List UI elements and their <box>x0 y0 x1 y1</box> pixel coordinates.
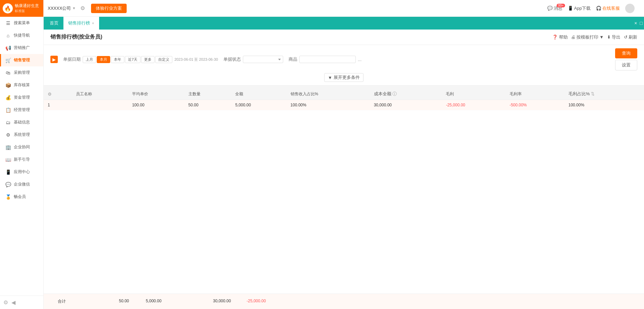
sidebar-item-inventory[interactable]: 📦 库存核算 <box>0 79 43 91</box>
filter-toggle-button[interactable]: ▶ <box>50 56 58 63</box>
headset-icon: 🎧 <box>596 6 601 11</box>
help-label: 帮助 <box>559 34 568 40</box>
sidebar-item-label: 销售管理 <box>14 57 30 63</box>
table-footer: 合计 50.00 5,000.00 30,000.00 -25,000.00 <box>44 294 644 309</box>
sidebar-item-system[interactable]: ⚙ 系统管理 <box>0 128 43 141</box>
sidebar: 🔥 畅康通好生意 标准版 ☰ 搜索菜单 ⌂ 快捷导航 📢 营销推广 🛒 销售管理… <box>0 0 44 309</box>
page-title: 销售排行榜(按业务员) <box>50 34 552 41</box>
print-button[interactable]: 🖨 按模板打印 ▼ <box>571 34 604 40</box>
sidebar-item-member[interactable]: 🏅 畅会员 <box>0 191 43 203</box>
message-icon: 💬 <box>547 6 553 11</box>
query-button[interactable]: 查询 <box>615 48 637 58</box>
table-row: 1 100.00 50.00 5,000.00 100.00% 30,000.0… <box>44 100 644 110</box>
building-icon: 🏢 <box>5 145 11 150</box>
filter-tab-more[interactable]: 更多 <box>141 56 155 63</box>
window-maximize-icon[interactable]: □ <box>640 20 643 26</box>
logo-name: 畅康通好生意 <box>15 3 39 9</box>
app-download-button[interactable]: 📱 App下载 <box>568 5 591 11</box>
filter-tab-this-year[interactable]: 本年 <box>111 56 124 63</box>
col-gross-pct: 毛利占比% ⇅ <box>564 88 644 100</box>
expand-icon: ▼ <box>328 75 332 80</box>
sidebar-item-label: 企业微信 <box>14 182 30 187</box>
sidebar-item-sales[interactable]: 🛒 销售管理 <box>0 54 43 66</box>
settings-icon[interactable]: ⚙ <box>3 299 8 306</box>
sidebar-item-label: 企业协同 <box>14 144 30 150</box>
goods-filter-more-icon[interactable]: ... <box>358 57 362 62</box>
filter-row-1: ▶ 单据日期 上月 本月 本年 近7天 更多 自定义 2023-06-01 至 … <box>50 48 637 70</box>
sidebar-item-guide[interactable]: 📖 新手引导 <box>0 153 43 166</box>
refresh-button[interactable]: ↺ 刷新 <box>624 34 637 40</box>
date-filter-tabs: 上月 本月 本年 近7天 更多 自定义 <box>83 56 172 63</box>
sidebar-item-label: 新手引导 <box>14 157 30 162</box>
phone-icon: 📱 <box>5 169 11 175</box>
user-avatar[interactable] <box>625 4 635 13</box>
company-selector[interactable]: XXXXX公司 ▼ <box>48 5 76 11</box>
topbar-settings-icon[interactable]: ⚙ <box>80 5 85 11</box>
sidebar-item-enterprise-coop[interactable]: 🏢 企业协同 <box>0 141 43 153</box>
column-settings-icon[interactable]: ⚙ <box>48 92 52 97</box>
col-gross: 毛利 <box>442 88 505 100</box>
cell-gross-rate: -500.00% <box>506 100 564 110</box>
print-label: 按模板打印 <box>576 34 598 40</box>
filter-tab-last-month[interactable]: 上月 <box>83 56 96 63</box>
expand-more-button[interactable]: ▼ 展开更多条件 <box>324 73 363 82</box>
help-button[interactable]: ❓ 帮助 <box>552 34 568 40</box>
gear-icon: ⚙ <box>5 132 11 138</box>
page-header: 销售排行榜(按业务员) ❓ 帮助 🖨 按模板打印 ▼ ⬇ 导出 ↺ 刷新 <box>44 30 644 45</box>
goods-filter-input[interactable] <box>299 56 356 63</box>
sidebar-item-label: 资金管理 <box>14 95 30 100</box>
sidebar-item-marketing[interactable]: 📢 营销推广 <box>0 42 43 54</box>
filter-tab-7days[interactable]: 近7天 <box>125 56 140 63</box>
collapse-icon[interactable]: ◀ <box>11 299 15 306</box>
sidebar-item-purchase[interactable]: 🛍 采购管理 <box>0 66 43 79</box>
sidebar-item-finance[interactable]: 💰 资金管理 <box>0 91 43 104</box>
col-amount: 全额 <box>231 88 286 100</box>
settings-button[interactable]: 设置 <box>615 60 637 70</box>
tab-home[interactable]: 首页 <box>45 17 63 30</box>
medal-icon: 🏅 <box>5 194 11 200</box>
col-gear[interactable]: ⚙ <box>44 88 72 100</box>
goods-filter-label: 商品 <box>289 56 297 62</box>
box-icon: 📦 <box>5 83 11 88</box>
filter-tab-custom[interactable]: 自定义 <box>155 56 172 63</box>
status-filter-select[interactable] <box>243 56 283 63</box>
nav-tabs: 首页 销售排行榜 × × □ <box>44 17 644 30</box>
page-content: 销售排行榜(按业务员) ❓ 帮助 🖨 按模板打印 ▼ ⬇ 导出 ↺ 刷新 <box>44 30 644 309</box>
cell-gross: -25,000.00 <box>442 100 505 110</box>
cost-label: 成本全额 <box>374 91 391 96</box>
tab-close-icon[interactable]: × <box>92 21 94 25</box>
export-icon: ⬇ <box>607 35 611 40</box>
trial-button[interactable]: 体验行业方案 <box>91 4 127 13</box>
filter-tab-this-month[interactable]: 本月 <box>97 56 110 63</box>
col-cost: 成本全额 ⓘ <box>370 88 442 100</box>
print-dropdown-icon: ▼ <box>599 35 604 40</box>
filter-goods: 商品 ... <box>289 56 362 63</box>
company-dropdown-icon: ▼ <box>72 6 76 10</box>
online-service-button[interactable]: 🎧 在线客服 <box>596 5 620 11</box>
tab-sales-rank[interactable]: 销售排行榜 × <box>63 17 99 30</box>
cost-info-icon[interactable]: ⓘ <box>392 91 397 96</box>
sidebar-item-quick-nav[interactable]: ⌂ 快捷导航 <box>0 29 43 42</box>
phone-icon: 📱 <box>568 6 573 11</box>
chat-icon: 💬 <box>5 182 11 187</box>
gross-pct-sort-icon[interactable]: ⇅ <box>591 91 595 96</box>
filter-status: 单据状态 <box>223 56 283 63</box>
sidebar-item-app-center[interactable]: 📱 应用中心 <box>0 166 43 178</box>
refresh-label: 刷新 <box>629 34 637 40</box>
export-button[interactable]: ⬇ 导出 <box>607 34 620 40</box>
sidebar-item-search[interactable]: ☰ 搜索菜单 <box>0 17 43 29</box>
action-buttons: 查询 设置 <box>615 48 637 70</box>
sidebar-item-enterprise-wechat[interactable]: 💬 企业微信 <box>0 178 43 191</box>
message-button[interactable]: 💬 消息 99+ <box>547 5 562 11</box>
sidebar-item-operation[interactable]: 📋 经营管理 <box>0 104 43 116</box>
footer-avg-price <box>88 297 115 306</box>
window-minimize-icon[interactable]: × <box>634 20 637 26</box>
col-avg-price: 平均单价 <box>128 88 184 100</box>
sidebar-footer: ⚙ ◀ <box>0 296 43 309</box>
sidebar-item-base-info[interactable]: 🗂 基础信息 <box>0 116 43 128</box>
bag-icon: 🛍 <box>5 70 11 75</box>
data-table: ⚙ 员工名称 平均单价 主数量 全额 销售收入占比% 成本全额 ⓘ 毛利 毛利率 <box>44 88 644 110</box>
sidebar-item-label: 基础信息 <box>14 119 30 125</box>
sidebar-item-label: 应用中心 <box>14 169 30 175</box>
col-sales-pct: 销售收入占比% <box>287 88 370 100</box>
